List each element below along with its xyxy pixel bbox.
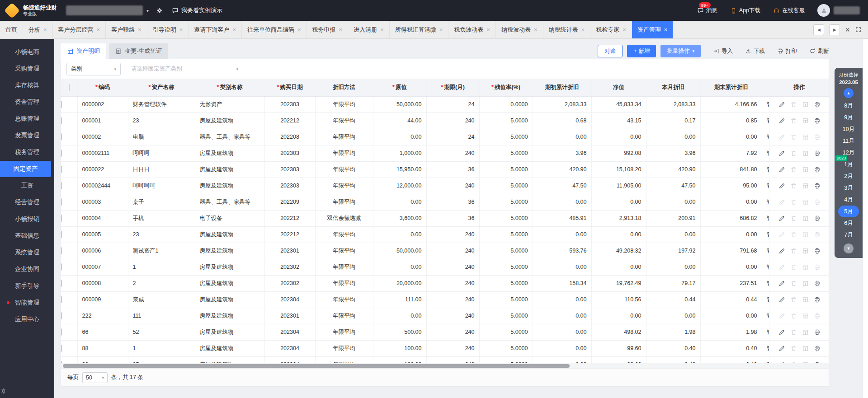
delete-icon[interactable]	[790, 215, 797, 222]
print-button[interactable]: 打印	[777, 47, 797, 55]
tab-item[interactable]: 资产管理×	[632, 21, 674, 38]
tabs-scroll-right-button[interactable]: ▶	[829, 24, 840, 35]
tab-item[interactable]: 首页	[0, 21, 23, 38]
delete-icon[interactable]	[790, 117, 797, 124]
row-checkbox[interactable]	[61, 198, 62, 206]
fullscreen-icon[interactable]	[855, 26, 862, 33]
row-checkbox[interactable]	[61, 133, 62, 140]
tab-item[interactable]: 客户联络×	[106, 21, 147, 38]
print-icon[interactable]	[814, 296, 821, 303]
tab-close-icon[interactable]: ×	[339, 26, 343, 33]
month-item[interactable]: 3月	[838, 182, 859, 194]
tab-item[interactable]: 纳税波动表×	[496, 21, 543, 38]
month-scroll-down-button[interactable]: ▼	[844, 243, 854, 253]
tab-item[interactable]: 客户分层经营×	[53, 21, 106, 38]
month-item[interactable]: 8月	[838, 100, 859, 112]
print-icon[interactable]	[814, 345, 821, 352]
voucher-icon[interactable]	[802, 345, 809, 352]
print-icon[interactable]	[814, 166, 821, 173]
caret-down-icon[interactable]: ▾	[146, 8, 149, 13]
tab-item[interactable]: 税务申报×	[307, 21, 349, 38]
row-checkbox[interactable]	[61, 215, 62, 222]
sidebar-item[interactable]: 新手引导	[0, 278, 54, 294]
voucher-icon[interactable]	[802, 101, 809, 108]
print-icon[interactable]	[814, 280, 821, 287]
add-button[interactable]: +新增	[627, 45, 656, 57]
row-checkbox[interactable]	[61, 247, 62, 254]
sidebar-item[interactable]: 采购管理	[0, 61, 54, 77]
sidebar-item[interactable]: 智能管理	[0, 295, 54, 311]
tab-close-icon[interactable]: ×	[581, 26, 585, 33]
batch-actions-button[interactable]: 批量操作▾	[660, 45, 701, 57]
voucher-icon[interactable]	[802, 296, 809, 303]
download-button[interactable]: 下载	[745, 47, 765, 55]
edit-icon[interactable]	[778, 166, 785, 173]
tab-close-icon[interactable]: ×	[664, 26, 668, 33]
sidebar-item[interactable]: 税务管理	[0, 144, 54, 160]
tab-close-icon[interactable]: ×	[138, 26, 142, 33]
sidebar-settings-gear-icon[interactable]	[0, 388, 7, 394]
import-button[interactable]: 导入	[713, 47, 733, 55]
reconcile-button[interactable]: 对账	[598, 45, 623, 57]
delete-icon[interactable]	[790, 248, 797, 254]
redacted-company-selector[interactable]	[66, 5, 143, 15]
sidebar-item[interactable]: 小畅电商	[0, 44, 54, 60]
month-item[interactable]: 10月	[838, 123, 859, 135]
sidebar-item[interactable]: 应用中心	[0, 311, 54, 328]
close-tab-icon[interactable]: ×	[845, 26, 850, 34]
per-page-select[interactable]: 50▾	[82, 372, 108, 383]
voucher-icon[interactable]	[802, 280, 809, 287]
voucher-icon[interactable]	[802, 166, 809, 173]
row-checkbox[interactable]	[61, 231, 62, 238]
edit-icon[interactable]	[778, 150, 785, 157]
voucher-icon[interactable]	[802, 183, 809, 189]
horizontal-scrollbar[interactable]	[61, 363, 829, 368]
month-item[interactable]: 6月	[838, 217, 859, 229]
tab-item[interactable]: 税检专家×	[590, 21, 632, 38]
app-download-button[interactable]: App下载	[730, 7, 760, 14]
sidebar-item[interactable]: 固定资产	[0, 161, 51, 177]
month-item[interactable]: 20231月	[838, 159, 859, 170]
delete-icon[interactable]	[790, 345, 797, 352]
row-checkbox[interactable]	[61, 166, 62, 173]
edit-icon[interactable]	[778, 296, 785, 303]
tab-close-icon[interactable]: ×	[97, 26, 100, 33]
voucher-icon[interactable]	[802, 215, 809, 222]
edit-icon[interactable]	[778, 280, 785, 287]
delete-icon[interactable]	[790, 296, 797, 303]
row-checkbox[interactable]	[61, 182, 62, 189]
row-checkbox[interactable]	[61, 150, 62, 157]
month-item[interactable]: 7月	[838, 229, 859, 241]
row-checkbox[interactable]	[61, 345, 62, 352]
print-icon[interactable]	[814, 248, 821, 254]
print-icon[interactable]	[814, 101, 821, 108]
tab-item[interactable]: 所得税汇算清缴×	[390, 21, 449, 38]
edit-icon[interactable]	[778, 183, 785, 189]
category-select[interactable]: 请选择固定资产类别▾	[127, 63, 242, 75]
row-checkbox[interactable]	[61, 101, 62, 108]
sidebar-item[interactable]: 发票管理	[0, 127, 54, 144]
voucher-icon[interactable]	[802, 117, 809, 124]
tab-item[interactable]: 分析×	[23, 21, 53, 38]
tab-close-icon[interactable]: ×	[439, 26, 443, 33]
tab-close-icon[interactable]: ×	[43, 26, 47, 33]
edit-icon[interactable]	[778, 117, 785, 124]
month-item[interactable]: 5月	[838, 206, 859, 217]
tab-close-icon[interactable]: ×	[534, 26, 538, 33]
row-checkbox[interactable]	[61, 296, 62, 303]
tab-item[interactable]: 纳税统计表×	[543, 21, 591, 38]
sidebar-item[interactable]: 小畅报销	[0, 211, 54, 227]
delete-icon[interactable]	[790, 183, 797, 189]
tab-item[interactable]: 进入清册×	[348, 21, 390, 38]
tab-item[interactable]: 往来单位商品编码×	[242, 21, 307, 38]
sidebar-item[interactable]: 工资	[0, 178, 54, 194]
subtab[interactable]: 资产明细	[61, 43, 106, 59]
month-scroll-up-button[interactable]: ▲	[844, 88, 854, 98]
sidebar-item[interactable]: 基础信息	[0, 228, 54, 244]
messages-button[interactable]: 99+ 消息	[697, 7, 717, 14]
tab-close-icon[interactable]: ×	[623, 26, 626, 33]
sidebar-item[interactable]: 资金管理	[0, 94, 54, 110]
tab-item[interactable]: 税负波动表×	[448, 21, 496, 38]
edit-icon[interactable]	[778, 101, 785, 108]
sidebar-item[interactable]: 库存核算	[0, 77, 54, 94]
